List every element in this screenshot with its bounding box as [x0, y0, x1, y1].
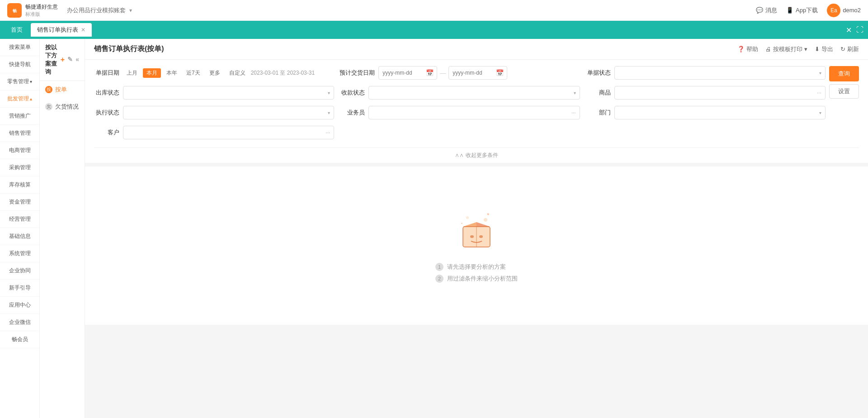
- salesperson-select[interactable]: ···: [368, 106, 580, 119]
- sidebar-member-label: 畅会员: [2, 336, 38, 343]
- sub-sidebar-title: 按以下方案查询: [45, 43, 61, 76]
- by-order-icon: 按: [45, 86, 52, 93]
- empty-tips: 1 请先选择要分析的方案 2 用过滤条件来缩小分析范围: [435, 263, 518, 283]
- delivery-arrow: ▾: [328, 90, 330, 95]
- empty-icon: ★ ✦: [454, 209, 499, 254]
- sidebar-item-ecommerce[interactable]: 电商管理: [0, 142, 39, 159]
- goods-label: 商品: [585, 89, 611, 97]
- message-label: 消息: [765, 6, 777, 14]
- payment-status-control: ▾: [368, 86, 580, 100]
- filter-cell-salesperson: 业务员 ···: [340, 106, 580, 119]
- exec-status-select[interactable]: ▾: [123, 106, 334, 119]
- svg-text:畅: 畅: [13, 9, 17, 13]
- filter-cell-exec: 执行状态 ▾: [94, 106, 334, 119]
- empty-state: ★ ✦ 1 请先选择要分析的方案 2 用过滤条件来缩小分析范围: [85, 166, 868, 325]
- expected-date-label: 预计交货日期: [340, 69, 375, 77]
- svg-marker-4: [476, 222, 490, 227]
- date-tab-more[interactable]: 更多: [206, 68, 224, 78]
- sidebar-item-enterprise[interactable]: 企业协同: [0, 262, 39, 280]
- sidebar-enterprise-wx-label: 企业微信: [2, 318, 38, 326]
- sub-sidebar: 按以下方案查询 + ✎ « 按 按单 欠 欠货情况: [40, 39, 85, 418]
- tab-home-label: 首页: [11, 26, 23, 34]
- tab-home[interactable]: 首页: [5, 23, 29, 37]
- sidebar-item-wholesale[interactable]: 批发管理 ▴: [0, 90, 39, 108]
- sidebar-item-member[interactable]: 畅会员: [0, 331, 39, 348]
- message-button[interactable]: 💬 消息: [756, 6, 777, 14]
- delivery-status-label: 出库状态: [94, 89, 119, 97]
- sidebar-item-retail[interactable]: 零售管理 ▾: [0, 73, 39, 90]
- goods-select[interactable]: ···: [614, 86, 826, 100]
- sub-sidebar-item-owe-goods[interactable]: 欠 欠货情况: [40, 98, 85, 115]
- dept-select[interactable]: ▾: [614, 106, 826, 119]
- maximize-icon[interactable]: ⛶: [856, 26, 863, 34]
- date-tab-custom[interactable]: 自定义: [226, 68, 249, 78]
- edit-scheme-icon[interactable]: ✎: [67, 56, 73, 64]
- settings-button[interactable]: 设置: [829, 84, 859, 99]
- add-scheme-icon[interactable]: +: [61, 56, 65, 64]
- owe-goods-icon: 欠: [45, 103, 52, 110]
- sidebar-item-operation[interactable]: 经营管理: [0, 211, 39, 228]
- by-order-label: 按单: [55, 86, 67, 94]
- date-tab-last-7[interactable]: 近7天: [183, 68, 204, 78]
- sub-sidebar-header: 按以下方案查询 + ✎ «: [40, 39, 85, 81]
- date-tab-this-month[interactable]: 本月: [143, 68, 161, 78]
- nav-dropdown-icon[interactable]: ▾: [129, 7, 132, 14]
- sidebar-item-search[interactable]: 搜索菜单: [0, 39, 39, 56]
- help-button[interactable]: ❓ 帮助: [737, 45, 758, 53]
- svg-point-8: [466, 216, 469, 219]
- goods-control: ···: [614, 86, 826, 100]
- sidebar-item-quick-nav[interactable]: 快捷导航: [0, 56, 39, 73]
- sidebar-item-purchase[interactable]: 采购管理: [0, 159, 39, 176]
- sidebar-sales-label: 销售管理: [2, 129, 38, 137]
- sidebar-ecommerce-label: 电商管理: [2, 147, 38, 154]
- sidebar-item-app-center[interactable]: 应用中心: [0, 297, 39, 314]
- export-icon: ⬇: [815, 46, 820, 52]
- filter-cell-payment: 收款状态 ▾: [340, 86, 580, 100]
- empty-tip-1: 1 请先选择要分析的方案: [435, 263, 518, 271]
- template-print-button[interactable]: 🖨 按模板打印 ▾: [765, 45, 807, 53]
- query-button[interactable]: 查询: [829, 66, 859, 81]
- date-tab-last-month[interactable]: 上月: [123, 68, 141, 78]
- page-header: 销售订单执行表(按单) ❓ 帮助 🖨 按模板打印 ▾ ⬇ 导出 ↻ 刷新: [85, 39, 868, 60]
- date-range-text: 2023-03-01 至 2023-03-31: [251, 69, 315, 77]
- refresh-button[interactable]: ↻ 刷新: [840, 45, 859, 53]
- expected-date-from-wrap: 📅: [378, 66, 437, 80]
- nav-title-text: 办公用品行业模拟账套: [67, 6, 126, 14]
- sidebar-item-inventory[interactable]: 库存核算: [0, 176, 39, 194]
- svg-point-7: [484, 218, 487, 222]
- payment-status-select[interactable]: ▾: [368, 86, 580, 100]
- filter-cell-dept: 部门 ▾: [585, 106, 826, 119]
- empty-tip-2: 2 用过滤条件来缩小分析范围: [435, 275, 518, 283]
- close-window-icon[interactable]: ✕: [846, 26, 852, 34]
- tab-sales-order[interactable]: 销售订单执行表 ✕: [31, 23, 92, 37]
- order-status-select[interactable]: ▾: [614, 66, 826, 80]
- collapse-scheme-icon[interactable]: «: [75, 56, 79, 64]
- collapse-text: 收起更多条件: [466, 152, 498, 158]
- main-layout: 搜索菜单 快捷导航 零售管理 ▾ 批发管理 ▴ 营销推广 销售管理 电商管理 采…: [0, 39, 868, 418]
- user-menu[interactable]: Ea demo2: [827, 4, 861, 17]
- sub-sidebar-item-by-order[interactable]: 按 按单: [40, 81, 85, 98]
- filter-cell-goods: 商品 ···: [585, 86, 826, 100]
- tab-close-icon[interactable]: ✕: [81, 27, 85, 33]
- exec-status-control: ▾: [123, 106, 334, 119]
- filter-main-row: 单据日期 上月 本月 本年 近7天 更多 自定义: [94, 66, 859, 146]
- svg-point-12: [479, 235, 483, 238]
- filter-row-2: 出库状态 ▾ 收款状态: [94, 86, 826, 100]
- sidebar-item-sales[interactable]: 销售管理: [0, 125, 39, 142]
- logo-text: 畅捷通好生意: [25, 3, 58, 11]
- customer-select[interactable]: ···: [123, 126, 334, 139]
- export-button[interactable]: ⬇ 导出: [815, 45, 833, 53]
- collapse-filter-button[interactable]: ∧∧ 收起更多条件: [94, 147, 859, 163]
- sidebar-item-finance[interactable]: 资金管理: [0, 194, 39, 211]
- sidebar-item-new-guide[interactable]: 新手引导: [0, 280, 39, 297]
- sidebar-app-center-label: 应用中心: [2, 301, 38, 309]
- date-tab-this-year[interactable]: 本年: [163, 68, 181, 78]
- sidebar-item-basic[interactable]: 基础信息: [0, 228, 39, 245]
- delivery-status-select[interactable]: ▾: [123, 86, 334, 100]
- sidebar-item-marketing[interactable]: 营销推广: [0, 108, 39, 125]
- sidebar-item-enterprise-wx[interactable]: 企业微信: [0, 314, 39, 331]
- expected-date-group: 📅 — 📅: [378, 66, 580, 80]
- calendar-to-icon: 📅: [496, 69, 504, 76]
- sidebar-item-system[interactable]: 系统管理: [0, 245, 39, 262]
- app-download-button[interactable]: 📱 App下载: [786, 6, 818, 14]
